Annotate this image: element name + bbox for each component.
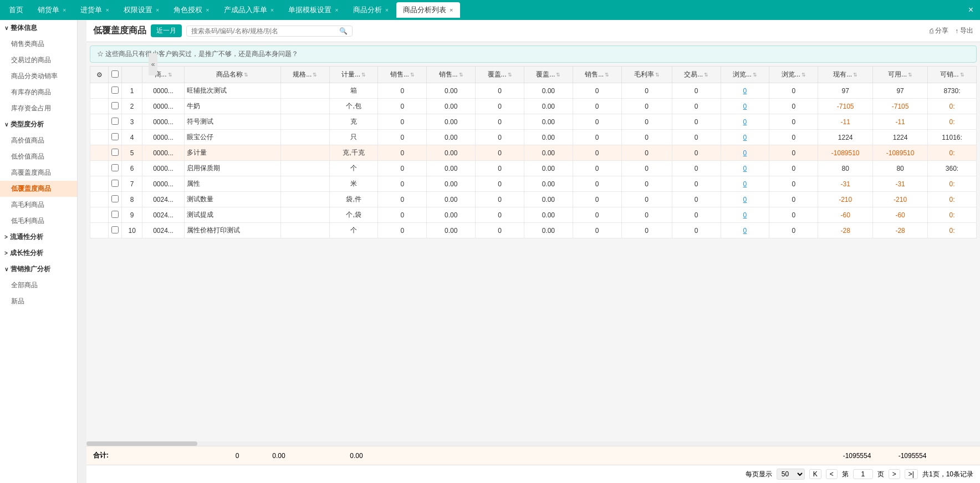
row-checkbox[interactable]: [109, 99, 122, 114]
sidebar-item-low-coverage[interactable]: 低覆盖度商品: [0, 181, 77, 197]
table-container[interactable]: ⚙ 商...⇅ 商品名称⇅ 规格...⇅ 计量...⇅ 销售...⇅ 销售...…: [86, 66, 980, 441]
row-checkbox[interactable]: [109, 192, 122, 207]
row-browse-a[interactable]: 0: [721, 99, 769, 114]
col-sellable[interactable]: 可销...⇅: [928, 67, 977, 83]
scrollbar-thumb[interactable]: [86, 441, 197, 446]
sidebar-section-quality[interactable]: ∨ 类型度分析: [0, 116, 77, 133]
row-available: -7105: [873, 99, 928, 114]
sidebar-item-high-value[interactable]: 高价值商品: [0, 133, 77, 149]
sidebar-item-high-coverage[interactable]: 高覆盖度商品: [0, 165, 77, 181]
last-page-btn[interactable]: >|: [905, 469, 918, 479]
row-checkbox[interactable]: [109, 223, 122, 238]
filter-btn[interactable]: 近一月: [151, 24, 182, 37]
sidebar-item-high-profit[interactable]: 高毛利商品: [0, 197, 77, 213]
row-browse-a[interactable]: 0: [721, 192, 769, 207]
select-all-checkbox[interactable]: [111, 70, 119, 78]
row-sales-c: 0: [573, 114, 621, 130]
tab-analysis-close[interactable]: ×: [385, 7, 389, 13]
row-checkbox[interactable]: [109, 207, 122, 223]
tab-home[interactable]: 首页: [2, 2, 30, 18]
tab-permissions[interactable]: 权限设置 ×: [117, 2, 166, 18]
tab-analysis-list[interactable]: 商品分析列表 ×: [396, 2, 460, 18]
row-gross-rate: 0: [621, 83, 672, 99]
row-checkbox[interactable]: [109, 83, 122, 99]
tab-product-entry-close[interactable]: ×: [270, 7, 274, 13]
row-coverage-b: 0.00: [524, 176, 573, 192]
sidebar-item-inventory-goods[interactable]: 有库存的商品: [0, 84, 77, 100]
sidebar-section-marketing[interactable]: ∨ 营销推广分析: [0, 261, 77, 277]
row-browse-a[interactable]: 0: [721, 114, 769, 130]
tab-analysis[interactable]: 商品分析 ×: [346, 2, 395, 18]
col-checkbox[interactable]: [109, 67, 122, 83]
row-browse-a[interactable]: 0: [721, 130, 769, 145]
tab-permissions-close[interactable]: ×: [156, 7, 159, 13]
row-checkbox[interactable]: [109, 176, 122, 192]
prev-page-btn[interactable]: <: [826, 469, 838, 479]
first-page-btn[interactable]: K: [809, 469, 821, 479]
tab-template-close[interactable]: ×: [335, 7, 338, 13]
tab-role-close[interactable]: ×: [206, 7, 209, 13]
search-input[interactable]: [191, 27, 339, 35]
row-checkbox[interactable]: [109, 130, 122, 145]
sidebar-item-sales-rate[interactable]: 商品分类动销率: [0, 68, 77, 84]
sidebar-collapse-btn[interactable]: «: [149, 53, 157, 75]
col-available[interactable]: 可用...⇅: [873, 67, 928, 83]
row-checkbox[interactable]: [109, 114, 122, 130]
row-coverage-a: 0: [476, 176, 524, 192]
sidebar-item-new-goods[interactable]: 新品: [0, 293, 77, 309]
sidebar-item-traded-goods[interactable]: 交易过的商品: [0, 52, 77, 68]
col-current[interactable]: 现有...⇅: [818, 67, 873, 83]
col-name[interactable]: 商品名称⇅: [184, 67, 280, 83]
row-current: 1224: [818, 130, 873, 145]
col-unit[interactable]: 计量...⇅: [329, 67, 378, 83]
tab-purchase[interactable]: 进货单 ×: [74, 2, 115, 18]
tab-analysis-list-close[interactable]: ×: [450, 7, 453, 13]
settings-icon[interactable]: ⚙: [96, 71, 103, 79]
tab-product-entry[interactable]: 产成品入库单 ×: [217, 2, 280, 18]
col-coverage-b[interactable]: 覆盖...⇅: [524, 67, 573, 83]
share-btn[interactable]: ⎙ 分享: [930, 26, 948, 35]
col-sales-qty[interactable]: 销售...⇅: [378, 67, 427, 83]
sidebar-item-inventory-fund[interactable]: 库存资金占用: [0, 100, 77, 116]
sidebar-item-all-goods[interactable]: 全部商品: [0, 277, 77, 293]
row-browse-a[interactable]: 0: [721, 145, 769, 161]
sidebar-item-low-profit[interactable]: 低毛利商品: [0, 213, 77, 229]
horizontal-scrollbar[interactable]: [86, 441, 980, 446]
per-page-select[interactable]: 20 50 100: [777, 469, 805, 480]
page-input[interactable]: [853, 469, 873, 479]
export-btn[interactable]: ↑ 导出: [955, 26, 973, 35]
col-gross-rate[interactable]: 毛利率⇅: [621, 67, 672, 83]
next-page-btn[interactable]: >: [889, 469, 900, 479]
sidebar-item-sales-goods[interactable]: 销售类商品: [0, 36, 77, 52]
col-browse-a[interactable]: 浏览...⇅: [721, 67, 769, 83]
row-code: 0000...: [142, 83, 185, 99]
window-close-btn[interactable]: ×: [964, 5, 978, 15]
row-browse-a[interactable]: 0: [721, 83, 769, 99]
row-spec: [280, 207, 329, 223]
col-spec[interactable]: 规格...⇅: [280, 67, 329, 83]
col-num: [122, 67, 142, 83]
tab-purchase-close[interactable]: ×: [105, 7, 109, 13]
col-sales-c[interactable]: 销售...⇅: [573, 67, 621, 83]
col-settings[interactable]: ⚙: [90, 67, 109, 83]
sidebar-section-liquidity[interactable]: > 流通性分析: [0, 229, 77, 245]
row-browse-a[interactable]: 0: [721, 176, 769, 192]
row-browse-a[interactable]: 0: [721, 207, 769, 223]
tab-role[interactable]: 角色授权 ×: [167, 2, 216, 18]
tab-template[interactable]: 单据模板设置 ×: [282, 2, 345, 18]
row-browse-a[interactable]: 0: [721, 161, 769, 176]
sidebar-item-low-value[interactable]: 低价值商品: [0, 149, 77, 165]
row-checkbox[interactable]: [109, 145, 122, 161]
row-browse-a[interactable]: 0: [721, 223, 769, 238]
col-sales-amt[interactable]: 销售...⇅: [427, 67, 476, 83]
row-sales-c: 0: [573, 223, 621, 238]
col-coverage-a[interactable]: 覆盖...⇅: [476, 67, 524, 83]
row-coverage-a: 0: [476, 114, 524, 130]
sidebar-section-overall[interactable]: ∨ 整体信息: [0, 20, 77, 36]
col-trade[interactable]: 交易...⇅: [672, 67, 721, 83]
tab-sales[interactable]: 销货单 ×: [31, 2, 73, 18]
sidebar-section-growth[interactable]: > 成长性分析: [0, 245, 77, 261]
tab-sales-close[interactable]: ×: [63, 7, 66, 13]
col-browse-b[interactable]: 浏览...⇅: [769, 67, 818, 83]
row-checkbox[interactable]: [109, 161, 122, 176]
